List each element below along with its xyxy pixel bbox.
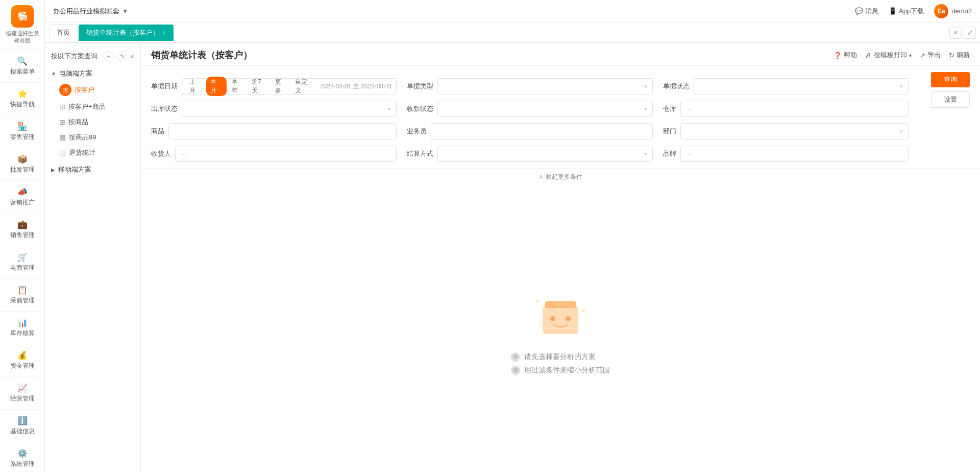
date-option-more[interactable]: 更多 <box>272 77 290 96</box>
filter-date: 单据日期 上月 本月 本年 近7天 更多 自定义 2023-03-01 至 20… <box>151 78 397 95</box>
scheme-item-return-stats[interactable]: ▦ 退货统计 <box>45 145 140 160</box>
sidebar-item-retail[interactable]: 🏪 零售管理 <box>0 115 44 148</box>
sidebar-item-inventory[interactable]: 📊 库存核算 <box>0 312 44 344</box>
pay-status-arrow-icon: ▾ <box>644 106 647 112</box>
sidebar-item-finance[interactable]: 💰 资金管理 <box>0 344 44 377</box>
query-button[interactable]: 查询 <box>931 72 970 87</box>
add-scheme-button[interactable]: + <box>104 51 114 61</box>
tab-close-icon[interactable]: × <box>162 29 166 36</box>
mobile-arrow-icon: ▶ <box>51 167 55 173</box>
sidebar-item-label: 批发管理 <box>10 166 35 174</box>
dept-input[interactable]: ▾ <box>680 123 909 139</box>
brand-label: 品牌 <box>663 149 676 158</box>
bar2-icon: ▦ <box>59 149 66 157</box>
receiver-input[interactable]: ··· <box>175 146 397 162</box>
sidebar-item-ecommerce[interactable]: 🛒 电商管理 <box>0 246 44 279</box>
export-icon: ↗ <box>920 52 925 59</box>
scheme-item-by-customer-product[interactable]: ⊞ 按客户+商品 <box>45 99 140 114</box>
page-header: 销货单统计表（按客户） ❓ 帮助 🖨 按模板打印 ▾ ↗ <box>141 43 980 66</box>
scheme-item-by-product[interactable]: ⊞ 按商品 <box>45 114 140 130</box>
status-input[interactable]: ▾ <box>694 78 909 95</box>
pay-status-input[interactable]: ▾ <box>437 101 652 117</box>
sidebar-item-label: 库存核算 <box>10 329 35 338</box>
date-range-text: 2023-03-01 至 2023-03-31 <box>320 82 392 91</box>
message-button[interactable]: 💬 消息 <box>855 7 878 16</box>
tab-home[interactable]: 首页 <box>49 25 78 41</box>
filter-warehouse: 仓库 ··· <box>663 101 909 117</box>
bar-icon: ▦ <box>59 133 66 141</box>
sidebar-item-quick-nav[interactable]: ⭐ 快捷导航 <box>0 83 44 115</box>
svg-point-8 <box>539 325 541 327</box>
app-download-button[interactable]: 📱 App下载 <box>889 7 924 16</box>
payment-label: 结算方式 <box>407 149 433 158</box>
svg-point-3 <box>566 316 571 321</box>
date-option-last-month[interactable]: 上月 <box>186 77 204 96</box>
message-label: 消息 <box>865 7 878 16</box>
product-input[interactable]: ··· <box>168 123 397 139</box>
expand-arrow-icon: ▼ <box>51 71 56 77</box>
scheme-item-label: 按客户+商品 <box>68 102 106 111</box>
settings-button[interactable]: 设置 <box>931 91 970 108</box>
out-status-input[interactable]: ▾ <box>182 101 397 117</box>
restore-tab-button[interactable]: ⤢ <box>964 27 976 39</box>
main-area: 办公用品行业模拟账套 ▾ 💬 消息 📱 App下载 Ea demo2 <box>45 0 980 472</box>
mobile-scheme-header[interactable]: ▶ 移动端方案 <box>45 162 140 177</box>
user-menu-button[interactable]: Ea demo2 <box>934 4 972 18</box>
date-option-custom[interactable]: 自定义 <box>292 77 316 96</box>
date-option-7days[interactable]: 近7天 <box>249 77 270 96</box>
sidebar-item-wholesale[interactable]: 📦 批发管理 <box>0 148 44 181</box>
type-input[interactable]: ▾ <box>437 78 652 95</box>
collapse-panel-button[interactable]: « <box>130 52 134 60</box>
payment-arrow-icon: ▾ <box>644 151 647 157</box>
sidebar-item-search[interactable]: 🔍 搜索菜单 <box>0 50 44 83</box>
payment-input[interactable]: ▾ <box>437 146 652 162</box>
collapse-filters-button[interactable]: ∧ 收起更多条件 <box>141 168 980 185</box>
sidebar-menu: 🔍 搜索菜单 ⭐ 快捷导航 🏪 零售管理 📦 批发管理 📣 营销推广 💼 销售管… <box>0 50 44 472</box>
tab-sales-stat[interactable]: 销货单统计表（按客户） × <box>79 25 174 41</box>
sidebar-item-sales[interactable]: 💼 销售管理 <box>0 214 44 246</box>
edit-scheme-button[interactable]: ✎ <box>117 51 127 61</box>
export-button[interactable]: ↗ 导出 <box>920 51 941 60</box>
scheme-item-by-customer[interactable]: 按 按客户 <box>45 81 140 99</box>
close-tab-button[interactable]: × <box>949 27 962 39</box>
scheme-item-by-product-99[interactable]: ▦ 按商品99 <box>45 130 140 145</box>
svg-point-7 <box>582 310 585 313</box>
filter-receiver: 收货人 ··· <box>151 146 397 162</box>
user-avatar: Ea <box>934 4 948 18</box>
staff-input[interactable]: ··· <box>431 123 652 139</box>
svg-point-6 <box>536 299 539 302</box>
desktop-scheme-group: ▼ 电脑端方案 按 按客户 ⊞ 按客户+商品 ⊞ 按商品 ▦ 按商品 <box>45 66 140 160</box>
inventory-icon: 📊 <box>17 318 28 327</box>
help-button[interactable]: ❓ 帮助 <box>834 51 857 60</box>
sidebar-item-basic-info[interactable]: ℹ️ 基础信息 <box>0 410 44 442</box>
refresh-button[interactable]: ↻ 刷新 <box>949 51 970 60</box>
date-label: 单据日期 <box>151 82 178 91</box>
filter-type: 单据类型 ▾ <box>407 78 652 95</box>
sidebar-item-marketing[interactable]: 📣 营销推广 <box>0 181 44 214</box>
out-status-label: 出库状态 <box>151 104 178 113</box>
brand-value: ··· <box>686 150 692 158</box>
content-area: 按以下方案查询 + ✎ « ▼ 电脑端方案 按 按客户 <box>45 43 980 472</box>
tabbar-actions: × ⤢ <box>949 27 976 39</box>
topbar-dropdown[interactable]: ▾ <box>124 7 127 15</box>
filter-product: 商品 ··· <box>151 123 397 139</box>
date-option-this-year[interactable]: 本年 <box>229 77 247 96</box>
brand-input[interactable]: ··· <box>680 146 909 162</box>
top-section: 销货单统计表（按客户） ❓ 帮助 🖨 按模板打印 ▾ ↗ <box>141 43 980 185</box>
sidebar-item-system[interactable]: ⚙️ 系统管理 <box>0 442 44 472</box>
user-name: demo2 <box>951 7 972 15</box>
sidebar-item-operations[interactable]: 📈 经营管理 <box>0 377 44 410</box>
date-option-this-month[interactable]: 本月 <box>206 77 226 96</box>
product-label: 商品 <box>151 127 164 136</box>
desktop-scheme-header[interactable]: ▼ 电脑端方案 <box>45 66 140 81</box>
topbar-left: 办公用品行业模拟账套 ▾ <box>53 7 127 16</box>
search-icon: 🔍 <box>17 56 28 66</box>
warehouse-input[interactable]: ··· <box>680 101 909 117</box>
svg-rect-1 <box>545 301 576 308</box>
template-print-button[interactable]: 🖨 按模板打印 ▾ <box>865 51 912 60</box>
sidebar-item-label: 基础信息 <box>10 427 35 436</box>
page-title: 销货单统计表（按客户） <box>151 49 252 61</box>
sidebar-item-purchase[interactable]: 📋 采购管理 <box>0 279 44 312</box>
logo-text: 畅捷通好生意标准版 <box>6 30 39 44</box>
data-area: ① 请先选择要分析的方案 ② 用过滤条件来缩小分析范围 <box>141 185 980 472</box>
